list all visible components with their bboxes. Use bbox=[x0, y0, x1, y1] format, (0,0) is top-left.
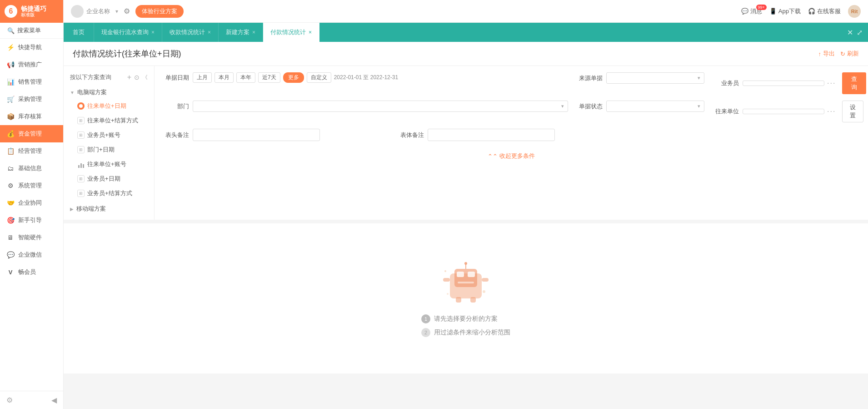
filter-container: 按以下方案查询 + ⊙ 《 ▼ 电脑端方案 bbox=[64, 66, 868, 220]
add-scheme-icon[interactable]: + bbox=[127, 73, 131, 81]
source-select[interactable]: ▾ bbox=[606, 72, 704, 84]
sidebar-item-sys-mgmt[interactable]: ⚙ 系统管理 bbox=[0, 177, 63, 194]
date-btn-7days[interactable]: 近7天 bbox=[258, 72, 280, 83]
trial-button[interactable]: 体验行业方案 bbox=[135, 5, 184, 18]
sidebar-item-label: 采购管理 bbox=[18, 95, 42, 103]
inventory-icon: 📦 bbox=[6, 112, 15, 121]
step-1-label: 请先选择要分析的方案 bbox=[434, 315, 498, 323]
sidebar-item-enterprise-wechat[interactable]: 💬 企业微信 bbox=[0, 246, 63, 263]
tab-new-scheme-close[interactable]: × bbox=[252, 29, 255, 35]
svg-rect-10 bbox=[456, 297, 461, 303]
source-dropdown-icon: ▾ bbox=[698, 75, 700, 81]
tab-payable-close[interactable]: × bbox=[309, 29, 312, 35]
company-dropdown-icon[interactable]: ▾ bbox=[115, 8, 118, 15]
mobile-arrow-icon: ▶ bbox=[70, 207, 74, 212]
sidebar-nav: ⚡ 快捷导航 📢 营销推广 📊 销售管理 🛒 采购管理 📦 库存核算 💰 资金管… bbox=[0, 39, 63, 391]
notification-btn[interactable]: 💬 消息 99+ bbox=[741, 7, 762, 15]
date-input-area: 上月 本月 本年 近7天 更多 自定义 2022-01-01 至 2022-12… bbox=[193, 72, 568, 83]
operations-icon: 📋 bbox=[6, 147, 15, 155]
sidebar-item-quick-nav[interactable]: ⚡ 快捷导航 bbox=[0, 39, 63, 56]
collapse-scheme-icon[interactable]: 《 bbox=[142, 74, 148, 81]
sidebar-item-vip[interactable]: V 畅会员 bbox=[0, 263, 63, 281]
date-btn-more[interactable]: 更多 bbox=[283, 72, 304, 83]
staff-select[interactable] bbox=[743, 81, 824, 86]
collapse-filter-btn[interactable]: ⌃⌃ 收起更多条件 bbox=[164, 147, 859, 165]
sidebar-item-purchase[interactable]: 🛒 采购管理 bbox=[0, 91, 63, 108]
date-btn-this-year[interactable]: 本年 bbox=[236, 72, 255, 83]
scheme-grid-icon: ⊞ bbox=[77, 117, 85, 124]
scheme-chart-icon bbox=[77, 161, 85, 168]
collapse-sidebar-icon[interactable]: ◀ bbox=[51, 396, 57, 404]
tab-new-scheme[interactable]: 新建方案 × bbox=[219, 23, 263, 42]
refresh-button[interactable]: ↻ 刷新 bbox=[840, 50, 859, 58]
settings-icon[interactable]: ⚙ bbox=[6, 396, 13, 404]
tab-payable[interactable]: 付款情况统计 × bbox=[263, 23, 319, 42]
note2-input[interactable] bbox=[428, 129, 555, 141]
tab-home[interactable]: 首页 bbox=[64, 23, 94, 42]
user-avatar[interactable]: Rit bbox=[848, 5, 861, 18]
scheme-item-partner-date[interactable]: 往来单位+日期 bbox=[64, 99, 154, 113]
dept-select[interactable]: ▾ bbox=[193, 101, 568, 112]
tab-cash-flow[interactable]: 现金银行流水查询 × bbox=[94, 23, 162, 42]
date-btn-custom[interactable]: 自定义 bbox=[307, 72, 331, 83]
sales-icon: 📊 bbox=[6, 78, 15, 86]
sidebar-item-guide[interactable]: 🎯 新手引导 bbox=[0, 212, 63, 229]
scheme-item-staff-settle[interactable]: ⊞ 业务员+结算方式 bbox=[64, 186, 154, 201]
doc-status-select[interactable]: ▾ bbox=[606, 101, 704, 112]
partner-select[interactable] bbox=[743, 109, 824, 114]
scheme-item-staff-date[interactable]: ⊞ 业务员+日期 bbox=[64, 172, 154, 186]
enterprise-wechat-icon: 💬 bbox=[6, 251, 15, 259]
download-icon: 📱 bbox=[769, 8, 777, 15]
tab-receivable[interactable]: 收款情况统计 × bbox=[162, 23, 219, 42]
collapse-label: 收起更多条件 bbox=[499, 152, 535, 160]
date-label: 单据日期 bbox=[164, 74, 189, 82]
empty-illustration bbox=[439, 260, 493, 305]
date-btn-this-month[interactable]: 本月 bbox=[215, 72, 234, 83]
app-download-btn[interactable]: 📱 App下载 bbox=[769, 7, 801, 15]
date-btn-last-month[interactable]: 上月 bbox=[193, 72, 212, 83]
step-2-label: 用过滤条件来缩小分析范围 bbox=[434, 328, 510, 337]
online-service-btn[interactable]: 🎧 在线客服 bbox=[808, 7, 841, 15]
scheme-grid-icon4: ⊞ bbox=[77, 175, 85, 182]
sidebar-item-basic-info[interactable]: 🗂 基础信息 bbox=[0, 160, 63, 177]
scheme-item-dept-date[interactable]: ⊞ 部门+日期 bbox=[64, 142, 154, 157]
scheme-item-staff-account[interactable]: ⊞ 业务员+账号 bbox=[64, 128, 154, 142]
tabbar-actions: ✕ ⤢ bbox=[842, 23, 868, 42]
sidebar-footer: ⚙ ◀ bbox=[0, 391, 63, 409]
sidebar-item-inventory[interactable]: 📦 库存核算 bbox=[0, 108, 63, 125]
scheme-item-partner-account[interactable]: 往来单位+账号 bbox=[64, 157, 154, 172]
online-service-label: 在线客服 bbox=[817, 7, 841, 15]
source-label: 来源单据 bbox=[577, 74, 603, 82]
sidebar-item-sales[interactable]: 📊 销售管理 bbox=[0, 73, 63, 91]
partner-more-btn[interactable]: ··· bbox=[827, 107, 836, 116]
sidebar-item-operations[interactable]: 📋 经营管理 bbox=[0, 142, 63, 160]
export-button[interactable]: ↑ 导出 bbox=[818, 50, 835, 58]
topbar-user: 企业名称 bbox=[71, 5, 110, 18]
close-all-tabs-icon[interactable]: ✕ bbox=[847, 28, 853, 37]
setting-button[interactable]: 设置 bbox=[842, 101, 863, 122]
sidebar-item-label: 企业微信 bbox=[18, 251, 42, 259]
tab-cash-flow-close[interactable]: × bbox=[151, 29, 155, 35]
tab-cash-flow-label: 现金银行流水查询 bbox=[101, 28, 149, 36]
filter-row-2: 部门 ▾ 单据状态 ▾ 往来单位 bbox=[164, 101, 859, 122]
sidebar-item-smart-hw[interactable]: 🖥 智能硬件 bbox=[0, 229, 63, 246]
svg-rect-11 bbox=[470, 297, 476, 303]
mobile-section-title[interactable]: ▶ 移动端方案 bbox=[64, 202, 154, 215]
doc-status-label: 单据状态 bbox=[577, 102, 603, 111]
query-button[interactable]: 查询 bbox=[842, 72, 866, 94]
scheme-item-partner-settle[interactable]: ⊞ 往来单位+结算方式 bbox=[64, 113, 154, 128]
sidebar-item-label: 资金管理 bbox=[18, 130, 42, 138]
sidebar-item-marketing[interactable]: 📢 营销推广 bbox=[0, 56, 63, 73]
topbar-gear-icon[interactable]: ⚙ bbox=[124, 7, 130, 15]
sidebar-item-enterprise[interactable]: 🤝 企业协同 bbox=[0, 194, 63, 212]
sidebar-item-fund[interactable]: 💰 资金管理 bbox=[0, 125, 63, 142]
doc-status-dropdown-icon: ▾ bbox=[698, 103, 700, 109]
scheme-item-label: 往来单位+日期 bbox=[87, 102, 126, 110]
desktop-section-title[interactable]: ▼ 电脑端方案 bbox=[64, 86, 154, 99]
note1-input[interactable] bbox=[193, 129, 320, 141]
maximize-icon[interactable]: ⤢ bbox=[857, 28, 863, 37]
staff-more-btn[interactable]: ··· bbox=[827, 79, 836, 87]
scheme-settings-icon[interactable]: ⊙ bbox=[134, 74, 140, 81]
search-menu[interactable]: 🔍 搜索菜单 bbox=[0, 23, 63, 39]
tab-receivable-close[interactable]: × bbox=[208, 29, 211, 35]
